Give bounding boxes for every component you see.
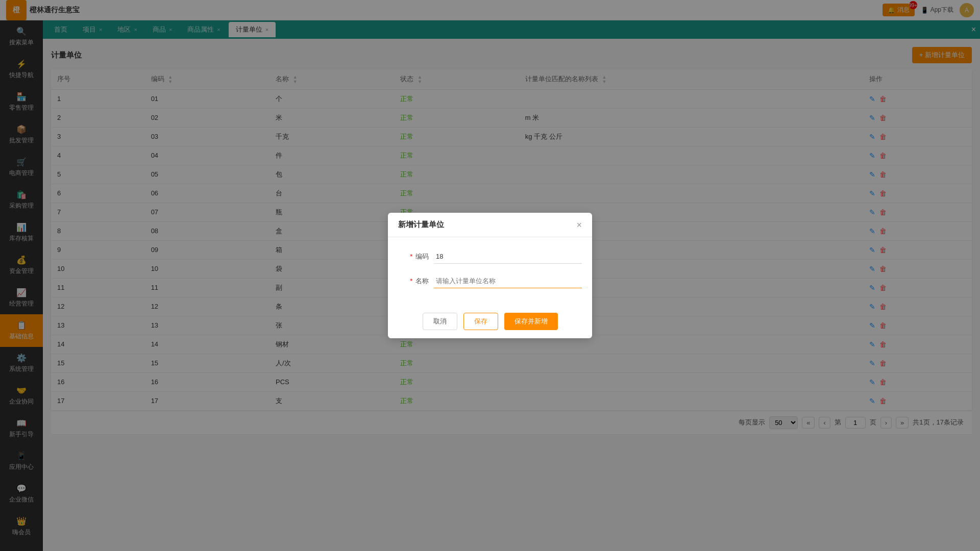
modal-footer: 取消 保存 保存并新增 <box>388 307 592 338</box>
modal-title: 新增计量单位 <box>398 220 444 230</box>
cancel-button[interactable]: 取消 <box>423 313 457 330</box>
modal-header: 新增计量单位 × <box>388 213 592 237</box>
required-asterisk: * <box>410 277 412 285</box>
name-input[interactable] <box>434 274 582 288</box>
code-form-row: * 编码 <box>398 249 582 264</box>
save-button[interactable]: 保存 <box>463 313 498 330</box>
save-and-new-button[interactable]: 保存并新增 <box>504 313 558 330</box>
modal-body: * 编码 * 名称 <box>388 237 592 307</box>
name-label: * 名称 <box>398 277 429 286</box>
modal-close-button[interactable]: × <box>576 220 582 230</box>
code-label: * 编码 <box>398 252 429 261</box>
add-unit-modal: 新增计量单位 × * 编码 * 名称 取消 保存 保存并新增 <box>388 213 592 338</box>
modal-overlay[interactable]: 新增计量单位 × * 编码 * 名称 取消 保存 保存并新增 <box>0 0 980 551</box>
code-input[interactable] <box>434 249 582 264</box>
required-asterisk: * <box>410 253 412 260</box>
name-form-row: * 名称 <box>398 274 582 288</box>
